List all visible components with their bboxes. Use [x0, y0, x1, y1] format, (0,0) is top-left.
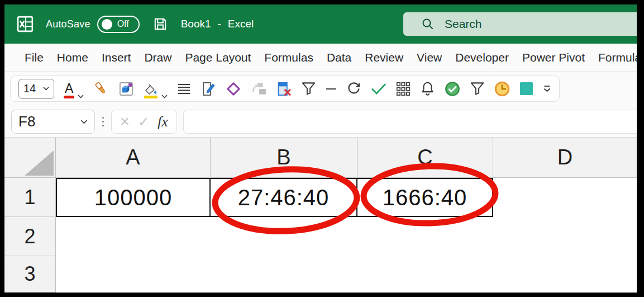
search-box[interactable]: Search [403, 12, 637, 36]
font-size-value: 14 [23, 82, 36, 95]
row-header-3[interactable]: 3 [4, 256, 56, 293]
fill-color-icon [144, 84, 158, 95]
teal-swatch-button[interactable] [519, 79, 533, 98]
refresh-button[interactable] [346, 79, 361, 98]
approve-button[interactable] [445, 79, 460, 98]
filter-icon [301, 82, 316, 96]
titlebar: AutoSave Off Book1 - Excel Search [4, 4, 637, 44]
align-button[interactable] [177, 79, 191, 98]
enter-icon[interactable]: ✓ [138, 115, 149, 129]
check-icon [371, 82, 387, 96]
chevron-down-icon [80, 120, 88, 124]
autosave-state: Off [117, 19, 129, 29]
quick-toolbar: 14 A [4, 72, 637, 106]
document-name: Book1 [181, 18, 211, 30]
tab-data[interactable]: Data [327, 51, 351, 64]
formula-controls: × ✓ fx [111, 110, 177, 134]
toolbar-strip: 14 A [10, 76, 560, 102]
tab-insert[interactable]: Insert [102, 51, 131, 64]
app-name: Excel [228, 18, 254, 30]
tab-formulas[interactable]: Formulas [264, 51, 313, 64]
fill-color-button[interactable] [144, 79, 168, 98]
tab-view[interactable]: View [417, 51, 442, 64]
approved-check-icon [445, 81, 460, 97]
search-icon [421, 17, 435, 31]
column-header-B[interactable]: B [211, 138, 357, 178]
row-header-2[interactable]: 2 [4, 217, 56, 256]
grid-squares-icon [396, 82, 411, 96]
filter-button-2[interactable] [470, 79, 485, 98]
column-header-C[interactable]: C [357, 138, 493, 178]
bell-icon [420, 81, 435, 96]
cell-B1[interactable]: 27:46:40 [211, 178, 357, 217]
row-header-1[interactable]: 1 [4, 178, 56, 217]
dash-icon [326, 88, 337, 90]
autosave-toggle[interactable]: Off [97, 16, 140, 33]
formula-bar-row: F8 × ✓ fx [4, 106, 637, 138]
group-shapes-icon [251, 82, 266, 96]
excel-app-icon [17, 16, 34, 32]
clock-icon [494, 81, 510, 97]
ribbon-tabs: File Home Insert Draw Page Layout Formul… [4, 44, 637, 72]
name-box[interactable]: F8 [11, 110, 95, 134]
column-header-A[interactable]: A [56, 138, 211, 178]
align-lines-icon [177, 83, 191, 95]
edit-document-button[interactable] [201, 79, 216, 98]
excel-window: AutoSave Off Book1 - Excel Search File H… [4, 4, 637, 293]
diamond-outline-icon [226, 81, 241, 97]
cell-A1[interactable]: 100000 [56, 178, 211, 217]
font-color-button[interactable]: A [64, 79, 84, 98]
font-size-combo[interactable]: 14 [18, 79, 54, 99]
chevron-down-icon [78, 95, 84, 98]
select-all-triangle-icon [25, 150, 54, 176]
tab-home[interactable]: Home [57, 51, 88, 64]
format-painter-icon [93, 81, 109, 97]
tab-page-layout[interactable]: Page Layout [185, 51, 251, 64]
insert-function-icon[interactable]: fx [158, 114, 168, 130]
font-color-icon: A [64, 82, 74, 98]
chevron-down-icon [43, 87, 49, 91]
filter-button[interactable] [301, 79, 316, 98]
tab-power-pivot[interactable]: Power Pivot [522, 51, 585, 64]
select-all-corner[interactable] [4, 138, 56, 178]
fill-color-swatch [144, 96, 158, 98]
tab-file[interactable]: File [25, 51, 44, 64]
search-placeholder: Search [445, 17, 482, 31]
filter-icon [470, 82, 485, 96]
cancel-icon[interactable]: × [120, 114, 130, 130]
formula-input[interactable] [183, 110, 637, 134]
format-painter-button[interactable] [93, 79, 109, 98]
row-2-cells[interactable] [56, 217, 637, 256]
refresh-icon [346, 81, 361, 96]
spreadsheet-grid: A B C D 1 100000 27:46:40 1666:40 2 3 [4, 138, 637, 293]
tab-developer[interactable]: Developer [455, 51, 509, 64]
tab-formula-cut[interactable]: Formula [598, 51, 637, 64]
title-separator: - [218, 18, 221, 30]
tab-draw[interactable]: Draw [144, 51, 171, 64]
grid-squares-button[interactable] [396, 79, 411, 98]
check-button[interactable] [371, 79, 387, 98]
autosave-label: AutoSave [46, 18, 90, 30]
diamond-button[interactable] [226, 79, 241, 98]
row-3-cells[interactable] [56, 256, 637, 293]
3d-model-button[interactable] [118, 79, 134, 98]
group-shapes-button[interactable] [251, 79, 266, 98]
column-header-D[interactable]: D [493, 138, 637, 178]
cell-C1[interactable]: 1666:40 [357, 178, 493, 217]
clock-button[interactable] [494, 79, 510, 98]
dash-button[interactable] [326, 79, 337, 98]
delete-column-icon [276, 81, 292, 97]
toggle-knob [102, 19, 112, 30]
chevron-down-icon [161, 95, 168, 98]
edit-document-icon [201, 81, 216, 97]
toolbar-overflow-button[interactable] [543, 79, 551, 98]
screenshot-frame: AutoSave Off Book1 - Excel Search File H… [0, 0, 644, 297]
notifications-button[interactable] [420, 79, 435, 98]
cell-D1[interactable] [493, 178, 637, 217]
teal-swatch-icon [519, 82, 533, 96]
delete-column-button[interactable] [276, 79, 292, 98]
resize-dots-handle[interactable] [101, 117, 105, 126]
name-box-value: F8 [18, 113, 35, 130]
save-icon[interactable] [153, 17, 168, 31]
tab-review[interactable]: Review [365, 51, 403, 64]
